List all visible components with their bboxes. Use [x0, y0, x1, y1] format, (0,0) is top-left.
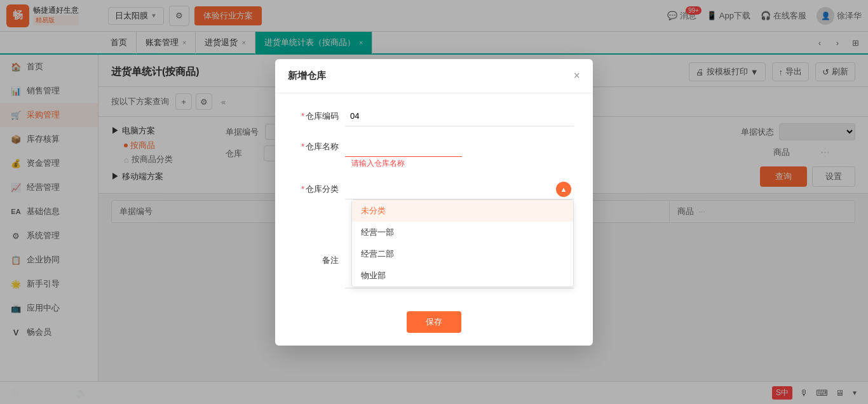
modal-close-button[interactable]: ×	[573, 69, 580, 83]
form-row-category: *仓库分类 ▲ 未分类 经营一部 经营二部 物业部	[294, 179, 574, 199]
modal-footer: 保存	[275, 311, 593, 333]
modal-overlay[interactable]: 新增仓库 × *仓库编码 *仓库名称 请输入仓库名称	[0, 0, 868, 404]
form-row-code: *仓库编码	[294, 106, 574, 126]
category-select-wrap: ▲	[345, 179, 574, 199]
dropdown-item-uncategorized[interactable]: 未分类	[352, 200, 573, 222]
save-button[interactable]: 保存	[407, 311, 461, 333]
name-label: *仓库名称	[294, 137, 345, 157]
warehouse-code-input[interactable]	[345, 106, 574, 126]
add-warehouse-modal: 新增仓库 × *仓库编码 *仓库名称 请输入仓库名称	[275, 59, 593, 346]
warehouse-name-input[interactable]	[345, 137, 462, 157]
dropdown-item-property[interactable]: 物业部	[352, 265, 573, 286]
modal-title: 新增仓库	[288, 70, 326, 82]
remarks-label: 备注	[294, 250, 345, 271]
modal-header: 新增仓库 ×	[275, 59, 593, 93]
category-label: *仓库分类	[294, 179, 345, 199]
form-row-name: *仓库名称 请输入仓库名称	[294, 137, 574, 169]
category-dropdown: 未分类 经营一部 经营二部 物业部	[351, 199, 574, 287]
dropdown-item-dept1[interactable]: 经营一部	[352, 222, 573, 243]
category-arrow-btn[interactable]: ▲	[556, 182, 571, 197]
category-input[interactable]	[345, 179, 574, 199]
dropdown-item-dept2[interactable]: 经营二部	[352, 243, 573, 265]
code-label: *仓库编码	[294, 106, 345, 126]
modal-body: *仓库编码 *仓库名称 请输入仓库名称 *仓库分类	[275, 93, 593, 311]
name-error-message: 请输入仓库名称	[351, 159, 405, 168]
